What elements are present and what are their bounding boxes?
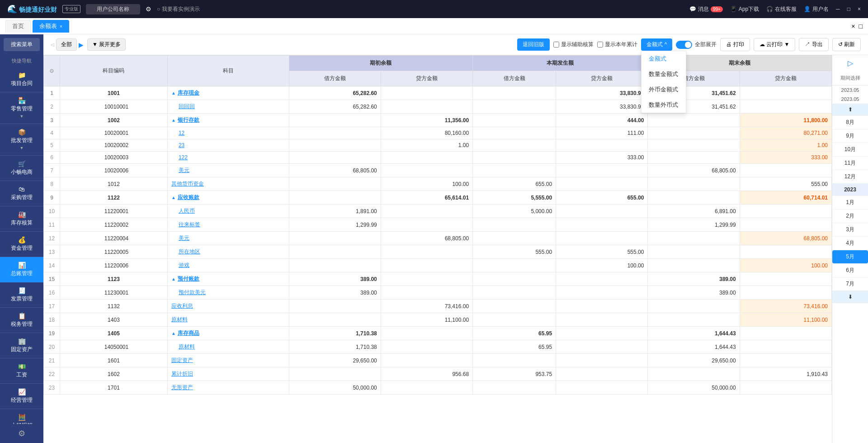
- user-avatar[interactable]: 👤 用户名: [804, 5, 829, 13]
- account-name-cell[interactable]: ▲银行存款: [167, 114, 289, 127]
- expand-all-switch[interactable]: [676, 41, 692, 49]
- settings-icon[interactable]: ⚙: [146, 5, 151, 13]
- period-credit-cell: [556, 381, 648, 395]
- period-item-5-active[interactable]: 5月: [832, 250, 868, 264]
- tab-close-balance[interactable]: ×: [60, 24, 62, 29]
- account-name-cell[interactable]: 其他货币资金: [167, 177, 289, 191]
- quick-nav-item[interactable]: 快捷导航: [0, 55, 43, 67]
- dropdown-item-foreign-amount[interactable]: 外币金额式: [642, 82, 686, 97]
- expand-all-toggle[interactable]: 全部展开: [676, 41, 717, 49]
- print-button[interactable]: 🖨 打印: [720, 38, 750, 51]
- period-item-7[interactable]: 7月: [832, 277, 868, 291]
- dropdown-item-qty-foreign[interactable]: 数量外币式: [642, 97, 686, 113]
- period-item-12[interactable]: 12月: [832, 170, 868, 184]
- account-name-cell[interactable]: 美元: [167, 164, 289, 177]
- period-item-3[interactable]: 3月: [832, 223, 868, 237]
- dropdown-item-qty-amount[interactable]: 数量金额式: [642, 67, 686, 82]
- period-item-9[interactable]: 9月: [832, 129, 868, 143]
- row-num-cell: 12: [44, 232, 60, 245]
- sidebar-search-button[interactable]: 搜索菜单: [4, 38, 40, 51]
- account-name-cell[interactable]: 原材料: [167, 313, 289, 327]
- sidebar-item-purchase[interactable]: 🛍 采购管理: [0, 181, 43, 206]
- export-button[interactable]: ↗ 导出: [799, 38, 828, 51]
- account-name-cell[interactable]: ▲库存商品: [167, 327, 289, 340]
- account-name-cell[interactable]: ▲预付账款: [167, 272, 289, 286]
- settings-col-header[interactable]: ⚙: [44, 56, 60, 86]
- account-name-cell[interactable]: 应收利息: [167, 300, 289, 313]
- refresh-button[interactable]: ↺ 刷新: [832, 38, 861, 51]
- account-name-cell[interactable]: 12: [167, 127, 289, 139]
- period-item-8[interactable]: 8月: [832, 116, 868, 129]
- sidebar-item-finance[interactable]: 💰 资金管理: [0, 232, 43, 257]
- sidebar-item-ecommerce[interactable]: 🛒 小畅电商: [0, 156, 43, 181]
- period-item-nav-down[interactable]: ⬇: [832, 291, 868, 303]
- account-name-cell[interactable]: 所在地区: [167, 245, 289, 259]
- window-minimize[interactable]: ─: [836, 6, 840, 12]
- account-name-cell[interactable]: 原材料: [167, 340, 289, 354]
- sidebar-item-accounting[interactable]: 📊 总账管理: [0, 257, 43, 282]
- sidebar-item-assets[interactable]: 🏢 固定资产: [0, 333, 43, 358]
- window-close[interactable]: ×: [858, 6, 861, 12]
- opening-debit-cell: [289, 232, 381, 245]
- opening-credit-cell: [381, 340, 472, 354]
- tab-balance[interactable]: 余额表 ×: [33, 20, 69, 33]
- closing-debit-cell: 389.00: [648, 286, 740, 300]
- auxiliary-checkbox-input[interactable]: [553, 42, 559, 48]
- sidebar-item-retail[interactable]: 🏪 零售管理 ▼: [0, 92, 43, 124]
- period-item-10[interactable]: 10月: [832, 143, 868, 157]
- period-panel-collapse[interactable]: ▷: [832, 55, 868, 71]
- account-name-cell[interactable]: 往来标签: [167, 218, 289, 232]
- nav-arrow-right[interactable]: ▶: [79, 41, 84, 48]
- sidebar-item-project[interactable]: 📁 项目合同: [0, 67, 43, 92]
- account-name-cell[interactable]: 无形资产: [167, 381, 289, 395]
- sidebar-item-tax[interactable]: 📋 税务管理: [0, 308, 43, 333]
- period-item-1[interactable]: 1月: [832, 196, 868, 210]
- amount-mode-button[interactable]: 金额式 ^: [641, 38, 672, 51]
- sidebar-settings-btn[interactable]: ⚙: [0, 424, 43, 443]
- account-name-cell[interactable]: 预付款美元: [167, 286, 289, 300]
- cloud-print-button[interactable]: ☁ 云打印 ▼: [754, 38, 796, 51]
- account-name-cell[interactable]: 122: [167, 152, 289, 164]
- account-name-cell[interactable]: 美元: [167, 232, 289, 245]
- table-settings-icon[interactable]: ⚙: [49, 68, 54, 74]
- period-item-6[interactable]: 6月: [832, 264, 868, 277]
- period-item-4[interactable]: 4月: [832, 237, 868, 250]
- show-ytd-checkbox[interactable]: 显示本年累计: [597, 41, 637, 48]
- period-item-nav-up[interactable]: ⬆: [832, 104, 868, 116]
- sidebar-item-report[interactable]: 🧮 小畅报销: [0, 409, 43, 424]
- account-name-cell[interactable]: ▲库存现金: [167, 86, 289, 100]
- all-button[interactable]: 全部: [56, 38, 77, 51]
- return-old-version-button[interactable]: 退回旧版: [517, 38, 550, 51]
- account-name-cell[interactable]: 游戏: [167, 259, 289, 272]
- dropdown-item-amount[interactable]: 金额式: [642, 51, 686, 67]
- period-item-11[interactable]: 11月: [832, 157, 868, 170]
- tab-restore-btn[interactable]: □: [859, 23, 863, 30]
- ytd-checkbox-input[interactable]: [597, 42, 603, 48]
- closing-credit-cell: [740, 100, 831, 114]
- message-icon[interactable]: 💬 消息 99+: [689, 5, 723, 13]
- purchase-icon: 🛍: [4, 186, 40, 193]
- account-name-cell[interactable]: 固定资产: [167, 354, 289, 367]
- account-name-cell[interactable]: 累计折旧: [167, 367, 289, 381]
- opening-credit-cell: [381, 259, 472, 272]
- account-name-cell[interactable]: 回回回: [167, 100, 289, 114]
- tab-home[interactable]: 首页: [5, 20, 31, 33]
- opening-credit-cell: 956.68: [381, 367, 472, 381]
- show-auxiliary-checkbox[interactable]: 显示辅助核算: [553, 41, 594, 48]
- sidebar-item-management[interactable]: 📈 经营管理: [0, 384, 43, 409]
- expand-more-button[interactable]: ▼ 展开更多: [87, 38, 126, 51]
- window-maximize[interactable]: □: [847, 6, 850, 12]
- account-name-cell[interactable]: ▲应收账款: [167, 191, 289, 205]
- sidebar-item-invoice[interactable]: 🧾 发票管理: [0, 282, 43, 308]
- account-name-cell[interactable]: 23: [167, 139, 289, 152]
- app-download[interactable]: 📱 App下载: [730, 5, 759, 13]
- period-item-2[interactable]: 2月: [832, 210, 868, 223]
- sidebar-item-warehouse[interactable]: 🏭 库存核算: [0, 206, 43, 232]
- sidebar-item-wholesale[interactable]: 📦 批发管理 ▼: [0, 124, 43, 156]
- sidebar-item-salary[interactable]: 💵 工资: [0, 358, 43, 384]
- account-name-cell[interactable]: 人民币: [167, 205, 289, 218]
- period-item-2023[interactable]: 2023: [832, 184, 868, 196]
- online-service[interactable]: 🎧 在线客服: [766, 5, 797, 13]
- demo-link[interactable]: ○ 我要看实例演示: [157, 5, 200, 13]
- tab-close-btn[interactable]: ×: [851, 23, 855, 30]
